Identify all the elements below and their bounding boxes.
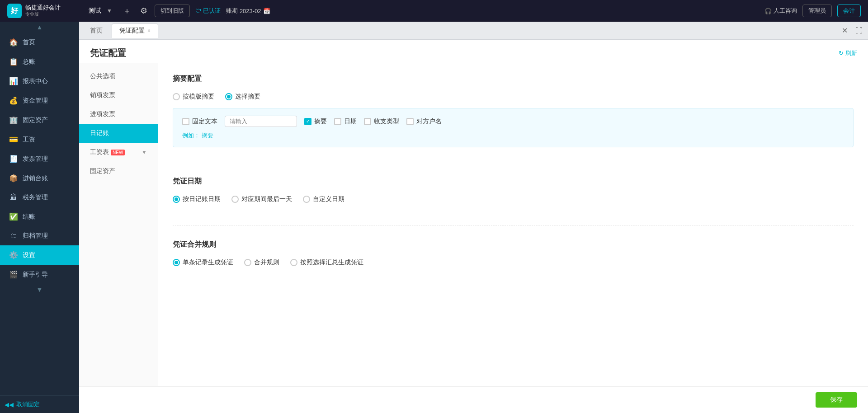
cancel-fixed-label: 取消固定 bbox=[16, 400, 40, 408]
journal-date-label: 按日记账日期 bbox=[183, 195, 221, 203]
sidebar-item-close[interactable]: ✅ 结账 bbox=[0, 207, 79, 226]
sidebar-item-settings[interactable]: ⚙️ 设置 bbox=[0, 245, 79, 265]
left-nav-sales_invoice[interactable]: 销项发票 bbox=[79, 86, 158, 105]
sidebar-label-tax: 税务管理 bbox=[23, 193, 48, 202]
radio-select-summary[interactable]: 选择摘要 bbox=[225, 93, 260, 101]
checkbox-fixed-text[interactable]: 固定文本 bbox=[182, 117, 217, 126]
radio-journal-date[interactable]: 按日记账日期 bbox=[173, 195, 221, 203]
checkbox-counterpart[interactable]: 对方户名 bbox=[406, 117, 442, 126]
company-dropdown-icon[interactable]: ▼ bbox=[107, 8, 112, 14]
sidebar-icon-guide: 🎬 bbox=[9, 270, 18, 279]
save-button[interactable]: 保存 bbox=[816, 392, 857, 408]
scroll-up-btn[interactable]: ▲ bbox=[0, 22, 79, 33]
radio-template-summary[interactable]: 按模版摘要 bbox=[173, 93, 214, 101]
custom-date-label: 自定义日期 bbox=[313, 195, 344, 203]
settings-icon[interactable]: ⚙ bbox=[138, 4, 149, 18]
income-type-checkbox bbox=[364, 118, 371, 125]
logo-icon: 好 bbox=[7, 4, 22, 18]
refresh-button[interactable]: ↻ 刷新 bbox=[839, 49, 857, 57]
sidebar-item-report[interactable]: 📊 报表中心 bbox=[0, 71, 79, 91]
company-name: 测试 bbox=[89, 7, 101, 15]
calendar-icon[interactable]: 📅 bbox=[263, 8, 270, 14]
left-nav-label-journal: 日记账 bbox=[90, 129, 109, 136]
summary-config-section: 摘要配置 按模版摘要 选择摘要 bbox=[173, 74, 854, 162]
page-header: 凭证配置 ↻ 刷新 bbox=[79, 40, 868, 63]
last-day-label: 对应期间最后一天 bbox=[241, 195, 292, 203]
radio-last-day[interactable]: 对应期间最后一天 bbox=[231, 195, 292, 203]
merge-rule-label: 合并规则 bbox=[254, 258, 279, 267]
tab-home[interactable]: 首页 bbox=[83, 24, 110, 38]
admin-button[interactable]: 管理员 bbox=[802, 5, 832, 17]
header-actions: ＋ ⚙ 切到旧版 bbox=[121, 4, 190, 18]
top-header: 好 畅捷通好会计 专业版 测试 ▼ ＋ ⚙ 切到旧版 🛡 已认证 账期 2023… bbox=[0, 0, 868, 22]
sidebar-icon-sales: 📦 bbox=[9, 174, 18, 183]
by-selection-circle bbox=[290, 259, 297, 266]
logo-text: 畅捷通好会计 bbox=[25, 4, 61, 12]
cancel-fixed-button[interactable]: ◀◀ 取消固定 bbox=[0, 395, 79, 413]
sidebar-item-fund[interactable]: 💰 资金管理 bbox=[0, 91, 79, 110]
checkbox-income-type[interactable]: 收支类型 bbox=[364, 117, 399, 126]
checkbox-summary[interactable]: ✓ 摘要 bbox=[304, 117, 327, 126]
sidebar-item-invoice[interactable]: 🧾 发票管理 bbox=[0, 149, 79, 169]
custom-date-circle bbox=[303, 196, 310, 203]
accountant-button[interactable]: 会计 bbox=[837, 5, 861, 17]
counterpart-label: 对方户名 bbox=[416, 117, 442, 126]
inner-layout: 公共选项销项发票进项发票日记账工资表NEW▼固定资产 摘要配置 按模版摘要 bbox=[79, 63, 868, 386]
sidebar-icon-ledger: 📋 bbox=[9, 57, 18, 66]
header-right: 🎧 人工咨询 管理员 会计 bbox=[764, 5, 861, 17]
sidebar-item-guide[interactable]: 🎬 新手引导 bbox=[0, 265, 79, 284]
tab-label-home: 首页 bbox=[90, 27, 103, 35]
logo-badge: 专业版 bbox=[25, 11, 61, 18]
consult-button[interactable]: 🎧 人工咨询 bbox=[764, 7, 797, 15]
radio-template-circle bbox=[173, 93, 180, 100]
switch-version-button[interactable]: 切到旧版 bbox=[155, 5, 190, 17]
radio-single-record[interactable]: 单条记录生成凭证 bbox=[173, 258, 233, 267]
sidebar-icon-invoice: 🧾 bbox=[9, 155, 18, 163]
checkbox-row: 固定文本 ✓ 摘要 日期 bbox=[182, 116, 844, 127]
sidebar-icon-fund: 💰 bbox=[9, 96, 18, 105]
add-button[interactable]: ＋ bbox=[121, 4, 133, 18]
sidebar-item-sales[interactable]: 📦 进销台账 bbox=[0, 169, 79, 188]
sidebar-label-invoice: 发票管理 bbox=[23, 155, 48, 163]
period-value: 2023-02 bbox=[240, 8, 261, 14]
sidebar-item-archive[interactable]: 🗂 归档管理 bbox=[0, 226, 79, 245]
headset-icon: 🎧 bbox=[764, 8, 772, 14]
window-controls: ✕ ⛶ bbox=[839, 25, 864, 36]
sidebar-item-ledger[interactable]: 📋 总账 bbox=[0, 52, 79, 71]
merge-rules-section: 凭证合并规则 单条记录生成凭证 合并规则 bbox=[173, 240, 854, 288]
left-nav: 公共选项销项发票进项发票日记账工资表NEW▼固定资产 bbox=[79, 63, 158, 386]
sidebar: ▲ 🏠 首页 📋 总账 📊 报表中心 💰 资金管理 🏢 固定资产 💳 工资 🧾 … bbox=[0, 22, 79, 413]
sidebar-label-asset: 固定资产 bbox=[23, 116, 48, 124]
sidebar-scroll: ▲ 🏠 首页 📋 总账 📊 报表中心 💰 资金管理 🏢 固定资产 💳 工资 🧾 … bbox=[0, 22, 79, 395]
sidebar-item-asset[interactable]: 🏢 固定资产 bbox=[0, 110, 79, 130]
sidebar-item-tax[interactable]: 🏛 税务管理 bbox=[0, 188, 79, 207]
checkbox-date[interactable]: 日期 bbox=[334, 117, 357, 126]
fixed-text-input[interactable] bbox=[225, 116, 297, 127]
close-window-button[interactable]: ✕ bbox=[839, 25, 850, 36]
left-nav-payroll_table[interactable]: 工资表NEW▼ bbox=[79, 143, 158, 162]
left-nav-label-public: 公共选项 bbox=[90, 72, 115, 80]
radio-merge-rule[interactable]: 合并规则 bbox=[244, 258, 279, 267]
radio-by-selection[interactable]: 按照选择汇总生成凭证 bbox=[290, 258, 363, 267]
left-nav-fixed_asset[interactable]: 固定资产 bbox=[79, 162, 158, 181]
sidebar-label-close: 结账 bbox=[23, 213, 35, 221]
sidebar-item-home[interactable]: 🏠 首页 bbox=[0, 33, 79, 52]
summary-checkbox: ✓ bbox=[304, 118, 311, 125]
fullscreen-button[interactable]: ⛶ bbox=[854, 25, 864, 36]
left-nav-journal[interactable]: 日记账 bbox=[79, 124, 158, 143]
left-nav-purchase_invoice[interactable]: 进项发票 bbox=[79, 105, 158, 124]
left-nav-label-fixed_asset: 固定资产 bbox=[90, 167, 115, 174]
left-nav-public[interactable]: 公共选项 bbox=[79, 67, 158, 86]
tab-close-voucher_config[interactable]: × bbox=[147, 28, 151, 33]
radio-custom-date[interactable]: 自定义日期 bbox=[303, 195, 344, 203]
sidebar-icon-report: 📊 bbox=[9, 77, 18, 85]
tab-voucher_config[interactable]: 凭证配置× bbox=[112, 23, 158, 38]
scroll-down-btn[interactable]: ▼ bbox=[0, 284, 79, 295]
sidebar-icon-home: 🏠 bbox=[9, 38, 18, 47]
sidebar-icon-close: ✅ bbox=[9, 212, 18, 221]
sidebar-item-payroll[interactable]: 💳 工资 bbox=[0, 130, 79, 149]
date-label: 日期 bbox=[344, 117, 357, 126]
income-type-label: 收支类型 bbox=[374, 117, 399, 126]
merge-rule-circle bbox=[244, 259, 251, 266]
example-value: 摘要 bbox=[202, 132, 213, 139]
